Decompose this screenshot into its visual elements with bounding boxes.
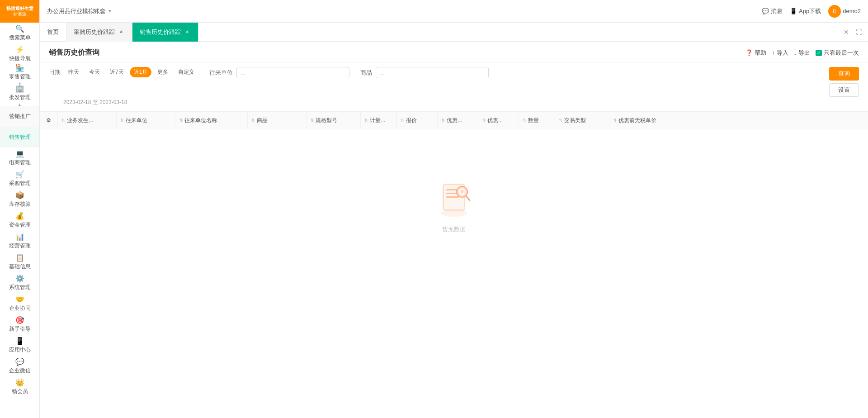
sidebar-item-cooperation[interactable]: 🤝 企业协同	[0, 293, 39, 314]
sidebar-item-retail[interactable]: 🏪 零售管理 ▼	[0, 64, 39, 85]
filter-section: 日期 昨天 今天 近7天 近1月 更多 自定义 往来单位	[40, 62, 868, 111]
th-discount2[interactable]: ⇅ 优惠...	[478, 112, 519, 129]
sidebar-item-member[interactable]: 👑 畅会员	[0, 376, 39, 397]
tab-sales-history[interactable]: 销售历史价跟踪 ✕	[132, 23, 198, 42]
th-pretax-price-label: 优惠前无税单价	[618, 117, 656, 124]
avatar-initial: D	[833, 9, 836, 14]
sidebar-item-purchase[interactable]: 🛒 采购管理	[0, 168, 39, 189]
product-label: 商品	[360, 69, 372, 77]
partner-input[interactable]: ...	[236, 67, 349, 78]
th-trade-type[interactable]: ⇅ 交易类型	[555, 112, 609, 129]
app-download-btn[interactable]: 📱 App下载	[790, 7, 821, 15]
sidebar-item-shortcut[interactable]: ⚡ 快捷导航	[0, 43, 39, 64]
help-btn[interactable]: ❓ 帮助	[745, 49, 766, 57]
import-btn[interactable]: ↑ 导入	[772, 49, 788, 57]
app-icon: 📱	[790, 8, 797, 14]
svg-rect-5	[446, 196, 459, 198]
tab-purchase-label: 采购历史价跟踪	[74, 28, 115, 36]
th-quantity-label: 数量	[528, 117, 539, 124]
sidebar-item-wechat[interactable]: 💬 企业微信	[0, 356, 39, 376]
query-button[interactable]: 查询	[829, 67, 859, 81]
empty-text: 暂无数据	[442, 225, 466, 233]
wechat-icon: 💬	[15, 357, 24, 366]
th-spec[interactable]: ⇅ 规格型号	[307, 112, 361, 129]
shortcut-icon: ⚡	[15, 45, 24, 54]
sidebar-item-ecommerce[interactable]: 💻 电商管理	[0, 147, 39, 168]
sidebar-item-apps[interactable]: 📱 应用中心	[0, 335, 39, 356]
tab-maximize[interactable]: ⛶	[854, 27, 864, 38]
settings-icon: ⚙	[46, 117, 51, 124]
setting-button[interactable]: 设置	[829, 83, 859, 97]
th-pretax-price[interactable]: ⇅ 优惠前无税单价	[609, 112, 868, 129]
date-label: 日期	[49, 68, 61, 76]
th-product[interactable]: ⇅ 商品	[248, 112, 307, 129]
product-filter-group: 商品 ...	[360, 67, 489, 78]
main-area: 办公用品行业模拟账套 ▼ 💬 消息 📱 App下载 D demo2 首页	[40, 0, 868, 418]
tab-purchase-close[interactable]: ✕	[118, 28, 125, 36]
sort-unit-icon: ⇅	[364, 119, 368, 122]
sidebar-item-marketing[interactable]: 营销推广	[0, 106, 39, 127]
product-input[interactable]: ...	[376, 67, 489, 78]
sidebar-cooperation-label: 企业协同	[9, 304, 31, 312]
date-btn-more[interactable]: 更多	[153, 67, 172, 77]
table-header: ⚙ ⇅ 业务发生... ⇅ 往来单位 ⇅ 往来单位名称	[40, 111, 868, 129]
th-unit[interactable]: ⇅ 计量...	[361, 112, 397, 129]
tab-sales-close[interactable]: ✕	[184, 28, 191, 36]
sidebar-item-sales[interactable]: 销售管理	[0, 127, 39, 147]
date-btn-7days[interactable]: 近7天	[106, 67, 128, 77]
svg-text:?: ?	[461, 190, 463, 195]
export-label: 导出	[798, 49, 810, 57]
app-logo[interactable]: 畅捷通好生意 标准版	[0, 0, 39, 23]
th-quantity[interactable]: ⇅ 数量	[519, 112, 555, 129]
finance-icon: 💰	[15, 212, 24, 220]
sidebar-item-system[interactable]: ⚙️ 系统管理	[0, 272, 39, 293]
sidebar-item-guide[interactable]: 🎯 新手引导	[0, 314, 39, 335]
sidebar-item-basic[interactable]: 📋 基础信息	[0, 252, 39, 272]
sidebar-operations-label: 经营管理	[9, 242, 31, 250]
sidebar-shortcut-label: 快捷导航	[9, 55, 31, 62]
date-btn-yesterday[interactable]: 昨天	[64, 67, 83, 77]
ecommerce-icon: 💻	[15, 149, 24, 158]
cooperation-icon: 🤝	[15, 295, 24, 304]
sidebar-item-search[interactable]: 🔍 搜索菜单	[0, 23, 39, 43]
th-quote-price[interactable]: ⇅ 报价	[397, 112, 438, 129]
tab-purchase-history[interactable]: 采购历史价跟踪 ✕	[66, 23, 132, 42]
purchase-icon: 🛒	[15, 170, 24, 179]
sidebar-basic-label: 基础信息	[9, 263, 31, 271]
partner-label: 往来单位	[209, 69, 233, 77]
th-trade-type-label: 交易类型	[564, 117, 586, 124]
th-partner-name[interactable]: ⇅ 往来单位名称	[175, 112, 248, 129]
sidebar-item-operations[interactable]: 📊 经营管理	[0, 231, 39, 252]
date-btn-1month[interactable]: 近1月	[130, 67, 152, 77]
th-settings[interactable]: ⚙	[40, 112, 58, 129]
tab-close-all[interactable]: ✕	[841, 27, 852, 38]
sidebar-purchase-label: 采购管理	[9, 180, 31, 187]
export-icon: ↓	[794, 49, 797, 56]
operations-icon: 📊	[15, 233, 24, 241]
export-btn[interactable]: ↓ 导出	[794, 49, 811, 57]
message-btn[interactable]: 💬 消息	[762, 7, 783, 15]
sidebar-item-inventory[interactable]: 📦 库存核算	[0, 189, 39, 210]
import-icon: ↑	[772, 49, 775, 56]
sort-quote-icon: ⇅	[401, 119, 404, 122]
sidebar-item-finance[interactable]: 💰 资金管理	[0, 210, 39, 231]
help-label: 帮助	[755, 49, 766, 57]
th-business-date-label: 业务发生...	[67, 117, 93, 124]
svg-rect-4	[446, 193, 458, 194]
only-last-label: 只看最后一次	[824, 49, 859, 57]
content-area: 销售历史价查询 ❓ 帮助 ↑ 导入 ↓ 导出 ✓	[40, 42, 868, 418]
help-icon: ❓	[745, 49, 753, 56]
user-menu[interactable]: D demo2	[828, 5, 861, 18]
sidebar-ecommerce-label: 电商管理	[9, 159, 31, 166]
date-btn-today[interactable]: 今天	[85, 67, 104, 77]
only-last-check[interactable]: ✓ 只看最后一次	[816, 49, 859, 57]
th-business-date[interactable]: ⇅ 业务发生...	[58, 112, 117, 129]
page-actions: ❓ 帮助 ↑ 导入 ↓ 导出 ✓ 只看最后一次	[745, 49, 859, 57]
th-partner-code[interactable]: ⇅ 往来单位	[117, 112, 175, 129]
sidebar-item-wholesale[interactable]: 🏢 批发管理 ▲	[0, 85, 39, 106]
date-btn-custom[interactable]: 自定义	[174, 67, 198, 77]
tabbar: 首页 采购历史价跟踪 ✕ 销售历史价跟踪 ✕ ✕ ⛶	[40, 23, 868, 42]
th-discount1[interactable]: ⇅ 优惠...	[438, 112, 478, 129]
company-selector[interactable]: 办公用品行业模拟账套 ▼	[47, 7, 112, 15]
tab-home[interactable]: 首页	[40, 23, 66, 42]
